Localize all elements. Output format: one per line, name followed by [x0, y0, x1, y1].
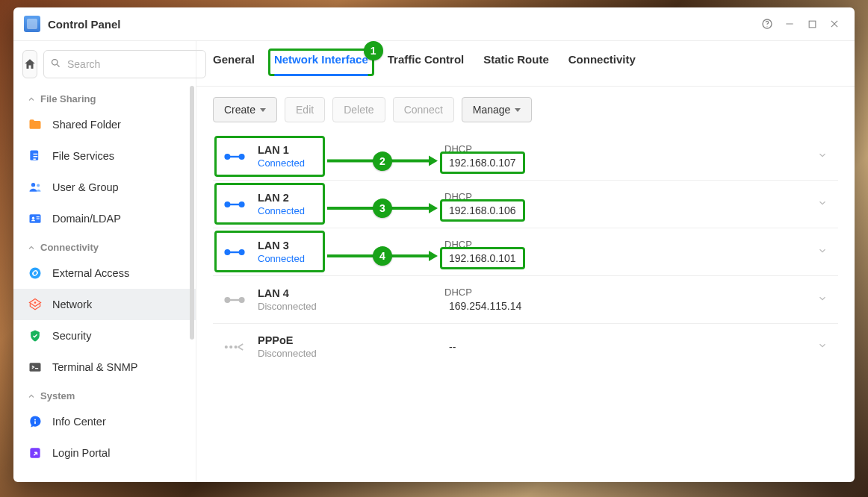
interface-name: LAN 4 [258, 287, 444, 299]
sidebar-item-network[interactable]: Network [13, 289, 196, 320]
interface-name: LAN 1 [258, 144, 444, 156]
interface-name: LAN 3 [258, 240, 444, 251]
create-button[interactable]: Create [213, 97, 277, 122]
sidebar-item-info-center[interactable]: Info Center [13, 406, 196, 437]
sidebar-item-shared-folder[interactable]: Shared Folder [13, 109, 196, 140]
fileservice-icon [27, 148, 43, 164]
svg-rect-3 [809, 21, 816, 28]
edit-label: Edit [296, 104, 314, 116]
sidebar-item-label: Domain/LDAP [52, 213, 121, 225]
sidebar-group-label: System [40, 390, 75, 401]
interface-row-pppoe[interactable]: PPPoEDisconnected-- [213, 323, 838, 369]
interface-row-lan-2[interactable]: LAN 2ConnectedDHCP192.168.0.106 [213, 180, 838, 228]
sidebar-item-label: Shared Folder [52, 119, 121, 131]
tab-traffic-control[interactable]: Traffic Control [388, 53, 465, 76]
svg-point-28 [239, 249, 245, 255]
toolbar: Create Edit Delete Connect Manage [196, 87, 855, 133]
svg-rect-21 [229, 155, 240, 157]
interface-mode: DHCP [444, 239, 813, 250]
sidebar-item-label: External Access [52, 267, 129, 279]
link-icon [27, 265, 43, 281]
interface-status: Connected [258, 157, 444, 169]
delete-button[interactable]: Delete [332, 97, 385, 122]
chevron-down-icon[interactable] [813, 340, 832, 353]
sidebar-item-login-portal[interactable]: Login Portal [13, 437, 196, 469]
svg-point-14 [30, 268, 41, 279]
svg-point-6 [52, 60, 58, 66]
chevron-down-icon[interactable] [813, 246, 832, 258]
svg-point-10 [31, 183, 35, 187]
sidebar-item-domain-ldap[interactable]: Domain/LDAP [13, 203, 196, 234]
chevron-down-icon [260, 108, 266, 112]
search-icon [50, 57, 61, 71]
help-button[interactable] [756, 13, 778, 35]
chevron-down-icon[interactable] [813, 150, 832, 163]
sidebar-group-file-sharing[interactable]: File Sharing [13, 86, 196, 109]
tab-label: Connectivity [568, 53, 636, 66]
sidebar-group-label: File Sharing [40, 93, 96, 104]
sidebar-item-label: Login Portal [52, 447, 110, 459]
chevron-down-icon[interactable] [813, 293, 832, 306]
interface-ip: -- [444, 340, 460, 354]
interface-mode: DHCP [444, 191, 813, 202]
sidebar-item-label: Network [52, 298, 92, 310]
sidebar: File SharingShared FolderFile ServicesUs… [13, 41, 196, 482]
network-icon [27, 296, 43, 313]
sidebar-group-label: Connectivity [40, 242, 99, 253]
close-button[interactable] [823, 13, 846, 35]
maximize-button[interactable] [801, 13, 823, 35]
interface-mode: DHCP [444, 287, 813, 298]
edit-button[interactable]: Edit [285, 97, 325, 122]
interface-status: Connected [258, 205, 444, 216]
sidebar-group-system[interactable]: System [13, 383, 196, 406]
interface-list: LAN 1ConnectedDHCP192.168.0.107LAN 2Conn… [196, 133, 855, 369]
svg-point-33 [230, 346, 232, 348]
tab-general[interactable]: General [213, 53, 255, 76]
sidebar-group-connectivity[interactable]: Connectivity [13, 234, 196, 257]
svg-rect-24 [229, 203, 240, 204]
tab-static-route[interactable]: Static Route [483, 53, 549, 76]
svg-rect-19 [30, 448, 40, 457]
control-panel-window: Control Panel [13, 7, 855, 482]
svg-rect-27 [229, 251, 240, 252]
svg-point-13 [32, 217, 34, 219]
interface-status: Disconnected [258, 348, 444, 359]
portal-icon [27, 445, 43, 461]
delete-label: Delete [344, 104, 373, 116]
interface-status: Disconnected [258, 301, 444, 312]
interface-plug-icon [219, 294, 250, 306]
interface-row-lan-3[interactable]: LAN 3ConnectedDHCP192.168.0.101 [213, 228, 838, 275]
sidebar-item-label: File Services [52, 150, 114, 162]
svg-line-7 [57, 64, 59, 66]
sidebar-item-file-services[interactable]: File Services [13, 140, 196, 172]
interface-ip: 192.168.0.107 [444, 156, 521, 169]
interface-ip: 192.168.0.106 [444, 204, 521, 217]
interface-row-lan-1[interactable]: LAN 1ConnectedDHCP192.168.0.107 [213, 133, 838, 180]
interface-plug-icon [219, 151, 250, 163]
tab-connectivity[interactable]: Connectivity [568, 53, 636, 76]
interface-plug-icon [219, 199, 250, 210]
search-input[interactable] [66, 57, 199, 71]
search-box[interactable] [43, 50, 206, 78]
sidebar-item-security[interactable]: Security [13, 320, 196, 351]
chevron-down-icon[interactable] [813, 198, 832, 210]
interface-row-lan-4[interactable]: LAN 4DisconnectedDHCP169.254.115.14 [213, 275, 838, 323]
sidebar-item-label: Security [52, 330, 91, 342]
connect-button[interactable]: Connect [393, 97, 454, 122]
sidebar-scrollbar[interactable] [190, 86, 194, 340]
annotation-badge: 2 [373, 151, 392, 171]
sidebar-item-external-access[interactable]: External Access [13, 257, 196, 289]
interface-plug-icon [219, 246, 250, 258]
tab-label: Traffic Control [388, 53, 465, 66]
tab-network-interface[interactable]: Network Interface1 [274, 53, 368, 76]
manage-button[interactable]: Manage [462, 97, 533, 122]
home-button[interactable] [22, 50, 37, 78]
idcard-icon [27, 210, 43, 227]
sidebar-item-label: User & Group [52, 181, 119, 193]
svg-rect-30 [229, 298, 240, 300]
svg-point-31 [239, 297, 245, 303]
tab-label: Static Route [483, 53, 549, 66]
sidebar-item-user-group[interactable]: User & Group [13, 172, 196, 203]
minimize-button[interactable] [778, 13, 801, 35]
sidebar-item-terminal-snmp[interactable]: Terminal & SNMP [13, 351, 196, 383]
